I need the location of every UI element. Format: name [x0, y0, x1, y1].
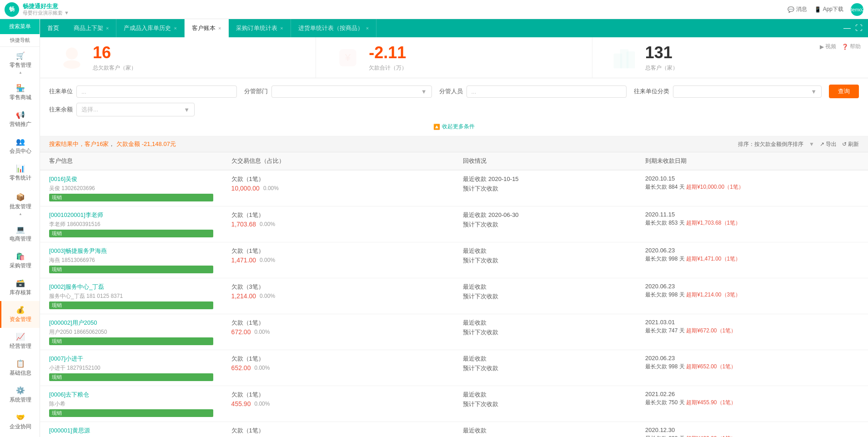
refresh-btn[interactable]: ↺ 刷新 — [842, 141, 859, 148]
customer-name-3[interactable]: [0002]服务中心_丁磊 — [49, 283, 213, 291]
stat-debt-icon: ¥ — [334, 44, 361, 71]
stat-top-right: ▶ 视频 ❓ 帮助 — [820, 43, 861, 50]
repay-next-6: 预计下次收款 — [463, 400, 627, 408]
tab-warehouse[interactable]: 产成品入库单历史 × — [116, 19, 184, 37]
tab-close-purchase[interactable]: × — [280, 25, 283, 31]
overdue-amount-3[interactable]: 超期¥1,214.00（3笔） — [686, 291, 741, 298]
person-label: 分管人员 — [439, 87, 463, 95]
sidebar-item-marketing[interactable]: 📢 营销推广 — [0, 106, 40, 133]
export-btn[interactable]: ↗ 导出 — [820, 141, 837, 148]
tab-stock[interactable]: 进货单统计表（按商品） × — [291, 19, 376, 37]
debt-info-cell-5: 欠款（1笔） 652.00 0.00% — [222, 350, 454, 386]
repay-date-6: 最近收款 — [463, 391, 627, 399]
overdue-amount-2[interactable]: 超期¥1,471.00（1笔） — [686, 256, 741, 262]
sidebar-item-operations[interactable]: 📈 经营管理 — [0, 328, 40, 355]
repay-info-4: 最近收款 预计下次收款 — [463, 319, 627, 337]
sidebar-item-retail-mall[interactable]: 🏪 零售商城 — [0, 79, 40, 106]
customer-name-6[interactable]: [0006]去下粮仓 — [49, 391, 213, 399]
tab-close-warehouse[interactable]: × — [174, 25, 176, 31]
debt-amount-4: 672.00 — [231, 328, 251, 336]
overdue-amount-6[interactable]: 超期¥455.90（1笔） — [686, 399, 736, 406]
svg-rect-6 — [626, 51, 635, 68]
overdue-amount-1[interactable]: 超期¥1,703.68（1笔） — [686, 220, 741, 226]
sidebar-quick-nav[interactable]: 快捷导航 — [0, 34, 40, 47]
sidebar-search[interactable]: 搜索菜单 — [0, 19, 40, 34]
tab-minimize-btn[interactable]: — — [842, 23, 853, 33]
customer-tag-4: 现销 — [49, 337, 213, 345]
tab-close-stock[interactable]: × — [366, 25, 369, 31]
debt-info-cell-2: 欠款（1笔） 1,471.00 0.00% — [222, 242, 454, 278]
unit-category-label: 往来单位分类 — [634, 87, 669, 95]
customer-name-7[interactable]: [000001]黄思源 — [49, 427, 213, 435]
sidebar-item-retail-management[interactable]: 🛒 零售管理 — [0, 47, 40, 79]
sidebar-item-wholesale[interactable]: 📦 批发管理 — [0, 188, 40, 221]
debt-ratio-4: 0.00% — [254, 329, 270, 335]
stat-debtors-label: 总欠款客户（家） — [93, 64, 136, 72]
repay-cell-0: 最近收款 2020-10-15 预计下次收款 — [454, 170, 636, 206]
overdue-cell-2: 2020.06.23 最长欠款 998 天 超期¥1,471.00（1笔） — [636, 242, 868, 278]
customer-name-4[interactable]: [000002]用户2050 — [49, 319, 213, 327]
sidebar-item-ecommerce[interactable]: 💻 电商管理 — [0, 221, 40, 247]
user-avatar[interactable]: demo2 — [851, 3, 863, 16]
marketing-icon: 📢 — [16, 111, 25, 119]
overdue-amount-0[interactable]: 超期¥10,000.00（1笔） — [686, 184, 744, 190]
view-btn[interactable]: ▶ 视频 — [820, 43, 836, 50]
sidebar-item-purchase[interactable]: 🛍️ 采购管理 — [0, 247, 40, 274]
tab-close-products[interactable]: × — [106, 25, 109, 31]
tab-account[interactable]: 客户账本 × — [185, 19, 229, 37]
help-btn[interactable]: ❓ 帮助 — [842, 43, 861, 50]
collab-icon: 🤝 — [16, 413, 25, 422]
customer-info-5: [0007]小进干 小进干 18279152100 现销 — [49, 355, 213, 381]
customer-name-5[interactable]: [0007]小进干 — [49, 355, 213, 363]
stat-customers-value: 131 — [645, 43, 678, 62]
stat-debtors: 16 总欠款客户（家） — [40, 37, 316, 78]
sidebar-item-guide[interactable]: 🎯 新手引导 — [0, 435, 40, 437]
tab-close-account[interactable]: × — [218, 25, 221, 31]
repay-info-3: 最近收款 预计下次收款 — [463, 283, 627, 301]
person-input[interactable]: ... — [467, 85, 627, 98]
customer-info-6: [0006]去下粮仓 陈小希 现销 — [49, 391, 213, 417]
dept-select[interactable]: ▼ — [271, 85, 432, 98]
filter-from-unit: 往来单位 ... — [49, 85, 237, 98]
tab-products[interactable]: 商品上下架 × — [66, 19, 116, 37]
sidebar-item-collab[interactable]: 🤝 企业协同 — [0, 408, 40, 435]
repay-date-2: 最近收款 — [463, 247, 627, 255]
unit-category-select[interactable]: ▼ — [673, 85, 822, 98]
customer-phone-1: 李老师 18600391516 — [49, 221, 213, 228]
tab-actions: — ⛶ — [838, 23, 868, 33]
overdue-amount-5[interactable]: 超期¥652.00（1笔） — [686, 363, 736, 370]
message-btn[interactable]: 💬 消息 — [788, 5, 807, 13]
search-button[interactable]: 查询 — [829, 85, 859, 98]
debt-info-2: 欠款（1笔） 1,471.00 0.00% — [231, 247, 445, 264]
customer-tag-2: 现销 — [49, 266, 213, 273]
debt-info-cell-0: 欠款（1笔） 10,000.00 0.00% — [222, 170, 454, 206]
tab-purchase[interactable]: 采购订单统计表 × — [229, 19, 291, 37]
overdue-date-5: 2020.06.23 — [645, 355, 859, 362]
sidebar-item-membership[interactable]: 👥 会员中心 — [0, 133, 40, 160]
stats-bar: 16 总欠款客户（家） ¥ -2.11 欠 — [40, 37, 868, 78]
retail-mall-icon: 🏪 — [16, 84, 25, 92]
repay-next-5: 预计下次收款 — [463, 364, 627, 372]
collapse-filters-btn[interactable]: 🔼 收起更多条件 — [49, 121, 859, 132]
customer-name-0[interactable]: [0016]吴俊 — [49, 175, 213, 183]
balance-select[interactable]: 选择... ▼ — [76, 103, 195, 116]
unit-category-arrow-icon: ▼ — [811, 88, 817, 95]
overdue-amount-7[interactable]: 超期¥429.00（1笔） — [686, 435, 736, 437]
tab-home[interactable]: 首页 — [40, 19, 66, 37]
overdue-amount-4[interactable]: 超期¥672.00（1笔） — [686, 327, 736, 334]
from-unit-input[interactable]: ... — [76, 85, 237, 98]
customer-name-2[interactable]: [0003]畅捷服务尹海燕 — [49, 247, 213, 255]
sidebar-item-inventory[interactable]: 🗃️ 库存核算 — [0, 274, 40, 301]
debt-info-1: 欠款（1笔） 1,703.68 0.00% — [231, 211, 445, 228]
debt-info-7: 欠款（1笔） 429.00 0.00% — [231, 427, 445, 437]
sidebar-item-system[interactable]: ⚙️ 系统管理 — [0, 382, 40, 408]
page-content: 16 总欠款客户（家） ¥ -2.11 欠 — [40, 37, 868, 437]
repay-info-1: 最近收款 2020-06-30 预计下次收款 — [463, 211, 627, 229]
sidebar-item-basic-info[interactable]: 📋 基础信息 — [0, 355, 40, 382]
customer-name-1[interactable]: [0001020001]李老师 — [49, 211, 213, 219]
tab-maximize-btn[interactable]: ⛶ — [853, 23, 864, 33]
sidebar-item-retail-stats[interactable]: 📊 零售统计 — [0, 160, 40, 186]
app-download-btn[interactable]: 📱 App下载 — [814, 5, 843, 13]
sidebar-item-finance[interactable]: 💰 资金管理 — [0, 301, 40, 328]
overdue-cell-5: 2020.06.23 最长欠款 998 天 超期¥652.00（1笔） — [636, 350, 868, 386]
